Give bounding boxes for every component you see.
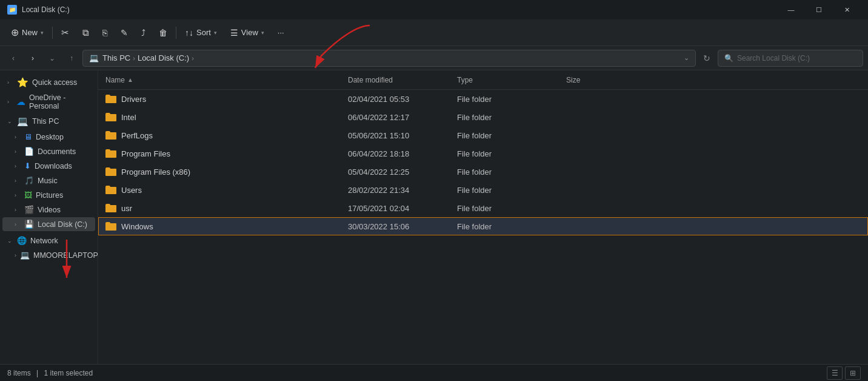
chevron-right-icon-5: › [15,163,21,169]
close-button[interactable]: ✕ [833,0,861,19]
status-info: 8 items | 1 item selected [7,369,93,377]
list-view-button[interactable]: ☰ [827,366,843,380]
file-cell-name: usr [98,204,341,213]
toolbar-separator-1 [52,27,53,39]
sidebar-label-mmoorelaptop: MMOORELAPTOP [33,251,98,260]
downloads-icon: ⬇ [24,161,31,170]
file-cell-name: Drivers [98,95,341,104]
title-bar: 📁 Local Disk (C:) — ☐ ✕ [0,0,868,19]
sidebar-label-network: Network [30,237,58,245]
rename-icon: ✎ [121,28,128,38]
cut-icon: ✂ [61,27,69,38]
sidebar-item-mmoorelaptop[interactable]: › 💻 MMOORELAPTOP [2,248,95,262]
sidebar-label-desktop: Desktop [36,133,64,141]
folder-icon [105,131,116,140]
more-button[interactable]: ··· [272,23,290,42]
chevron-right-icon: › [7,79,13,86]
file-cell-date: 06/04/2022 18:18 [341,149,450,158]
sidebar-item-music[interactable]: › 🎵 Music [2,174,95,187]
more-icon: ··· [278,28,284,37]
delete-button[interactable]: 🗑 [153,23,173,42]
dropdown-button[interactable]: ⌄ [44,50,61,67]
table-row[interactable]: Intel 06/04/2022 12:17 File folder [98,108,868,126]
sidebar-label-documents: Documents [38,147,76,156]
network-icon: 🌐 [17,236,27,245]
view-button[interactable]: ☰ View ▾ [224,23,270,42]
sort-asc-icon: ▲ [127,76,133,83]
folder-icon [105,186,116,194]
chevron-right-icon-6: › [15,178,21,184]
sidebar-item-onedrive[interactable]: › ☁ OneDrive - Personal [2,91,95,113]
col-date-label: Date modified [348,76,393,84]
file-name: Windows [121,222,153,231]
status-separator: | [36,369,38,377]
chevron-right-icon-8: › [15,207,21,213]
sort-button[interactable]: ↑↓ Sort ▾ [179,23,223,42]
table-row[interactable]: Windows 30/03/2022 15:06 File folder [98,217,868,235]
laptop-icon: 💻 [20,251,30,260]
new-label: New [22,28,38,37]
file-name: Drivers [121,95,146,104]
file-cell-date: 30/03/2022 15:06 [341,222,450,231]
grid-view-button[interactable]: ⊞ [845,366,861,380]
breadcrumb: This PC › Local Disk (C:) › [102,53,194,62]
sidebar-label-pictures: Pictures [36,191,63,200]
file-cell-date: 06/04/2022 12:17 [341,113,450,122]
sidebar-item-local-disk[interactable]: › 💾 Local Disk (C:) [2,217,95,231]
sidebar-item-this-pc[interactable]: ⌄ 💻 This PC [2,113,95,129]
sidebar-item-documents[interactable]: › 📄 Documents [2,144,95,158]
sidebar-item-desktop[interactable]: › 🖥 Desktop [2,130,95,144]
address-bar[interactable]: 💻 This PC › Local Disk (C:) › ⌄ [82,50,696,67]
sidebar-item-videos[interactable]: › 🎬 Videos [2,203,95,217]
table-row[interactable]: Program Files (x86) 05/04/2022 12:25 Fil… [98,163,868,181]
sort-chevron-icon: ▾ [214,30,217,36]
address-bar-expand[interactable]: ⌄ [684,54,689,62]
col-name-header[interactable]: Name ▲ [98,76,341,84]
new-button[interactable]: ⊕ New ▾ [5,23,50,42]
selected-count: 1 item selected [44,369,93,377]
status-bar-right: ☰ ⊞ [827,366,861,380]
share-button[interactable]: ⤴ [135,23,152,42]
sidebar-item-pictures[interactable]: › 🖼 Pictures [2,188,95,202]
back-button[interactable]: ‹ [5,50,22,67]
table-row[interactable]: Users 28/02/2022 21:34 File folder [98,181,868,199]
sidebar-item-quick-access[interactable]: › ⭐ Quick access [2,75,95,90]
title-bar-left: 📁 Local Disk (C:) [7,5,70,15]
music-icon: 🎵 [24,176,34,185]
table-row[interactable]: usr 17/05/2021 02:04 File folder [98,199,868,217]
table-row[interactable]: Drivers 02/04/2021 05:53 File folder [98,90,868,108]
chevron-right-icon-4: › [15,149,21,155]
toolbar-separator-2 [176,27,176,39]
sidebar-item-downloads[interactable]: › ⬇ Downloads [2,159,95,173]
file-cell-name: Program Files (x86) [98,167,341,177]
col-date-header[interactable]: Date modified [341,76,450,84]
minimize-button[interactable]: — [777,0,805,19]
file-cell-date: 02/04/2021 05:53 [341,95,450,104]
view-chevron-icon: ▾ [261,30,264,36]
file-rows-container: Drivers 02/04/2021 05:53 File folder Int… [98,90,868,235]
search-box[interactable]: 🔍 Search Local Disk (C:) [718,50,863,67]
maximize-button[interactable]: ☐ [805,0,833,19]
file-cell-type: File folder [450,131,559,140]
file-name: PerfLogs [121,131,153,140]
file-cell-name: Intel [98,113,341,122]
desktop-icon: 🖥 [24,132,32,141]
rename-button[interactable]: ✎ [115,23,134,42]
table-row[interactable]: PerfLogs 05/06/2021 15:10 File folder [98,126,868,144]
new-icon: ⊕ [11,27,19,38]
forward-button[interactable]: › [24,50,41,67]
refresh-button[interactable]: ↻ [698,50,715,67]
file-cell-type: File folder [450,167,559,177]
col-type-header[interactable]: Type [450,76,559,84]
breadcrumb-localdisk[interactable]: Local Disk (C:) [138,53,189,62]
col-size-header[interactable]: Size [559,76,632,84]
sidebar-item-network[interactable]: ⌄ 🌐 Network [2,234,95,248]
breadcrumb-thispc[interactable]: This PC [102,53,130,62]
paste-button[interactable]: ⎘ [96,23,113,42]
file-cell-date: 05/04/2022 12:25 [341,167,450,177]
folder-icon [105,204,116,212]
table-row[interactable]: Program Files 06/04/2022 18:18 File fold… [98,144,868,163]
copy-button[interactable]: ⧉ [76,23,95,42]
up-button[interactable]: ↑ [63,50,80,67]
cut-button[interactable]: ✂ [55,23,75,42]
